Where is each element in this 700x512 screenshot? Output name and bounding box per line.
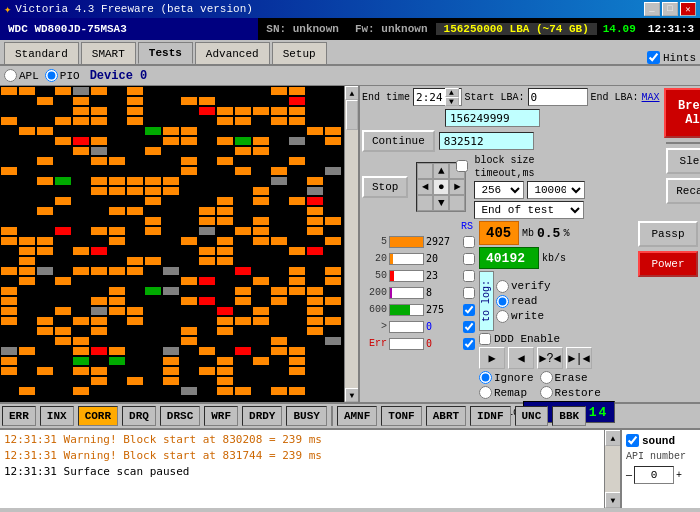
time-down-button[interactable]: ▼ — [445, 97, 459, 106]
arrow-ul[interactable] — [417, 163, 433, 179]
selects-row: 256 10000 — [474, 181, 585, 199]
device-label: Device 0 — [90, 69, 148, 83]
start-lba-input[interactable] — [528, 88, 588, 106]
api-input[interactable] — [634, 466, 674, 484]
arrow-dr[interactable] — [449, 195, 465, 211]
end-button[interactable]: ▶|◀ — [566, 347, 592, 369]
arrows-checkbox[interactable] — [456, 160, 468, 172]
apl-radio-item[interactable]: APL — [4, 69, 39, 82]
timeout-select[interactable]: 10000 — [527, 181, 585, 199]
log-scroll-up[interactable]: ▲ — [605, 430, 621, 446]
passp-button[interactable]: Passp — [638, 221, 698, 247]
err-checkbox-6[interactable] — [463, 338, 475, 350]
remap-option[interactable]: Remap — [479, 386, 534, 399]
scroll-up-button[interactable]: ▲ — [345, 86, 359, 100]
app-title: Victoria 4.3 Freeware (beta version) — [15, 3, 253, 15]
action-radios-row: Ignore Remap Erase — [479, 371, 615, 399]
read-radio[interactable] — [496, 295, 509, 308]
arrow-left[interactable]: ◄ — [417, 179, 433, 195]
tab-smart[interactable]: SMART — [81, 42, 136, 64]
rewind-button[interactable]: ◀ — [508, 347, 534, 369]
arrow-dl[interactable] — [417, 195, 433, 211]
err-row-3: 2008 — [362, 284, 475, 301]
log-area: 12:31:31 Warning! Block start at 830208 … — [0, 428, 700, 508]
arrow-center: ● — [433, 179, 449, 195]
end-lba-row: 156249999 — [362, 109, 660, 127]
play-button[interactable]: ▶ — [479, 347, 505, 369]
apl-pio-group: APL PIO — [4, 69, 80, 82]
status-select[interactable]: End of test — [474, 201, 584, 219]
maximize-button[interactable]: □ — [662, 2, 678, 16]
status-bbk: BBK — [552, 406, 586, 426]
remap-radio[interactable] — [479, 386, 492, 399]
pio-radio-item[interactable]: PIO — [45, 69, 80, 82]
verify-radio[interactable] — [496, 280, 509, 293]
verify-option[interactable]: verify — [496, 280, 551, 293]
minimize-button[interactable]: _ — [644, 2, 660, 16]
ddd-label: DDD Enable — [494, 333, 560, 345]
status-abrt: ABRT — [426, 406, 466, 426]
hints-checkbox[interactable] — [647, 51, 660, 64]
speed-kbs-unit: kb/s — [542, 253, 566, 264]
stop-button[interactable]: Stop — [362, 176, 408, 198]
apl-radio[interactable] — [4, 69, 17, 82]
left-action-radios: Ignore Remap — [479, 371, 534, 399]
err-row-5: >0 — [362, 318, 475, 335]
tab-standard[interactable]: Standard — [4, 42, 79, 64]
ignore-option[interactable]: Ignore — [479, 371, 534, 384]
restore-radio[interactable] — [540, 386, 553, 399]
pio-radio[interactable] — [45, 69, 58, 82]
close-button[interactable]: ✕ — [680, 2, 696, 16]
ddd-row: DDD Enable — [479, 333, 615, 345]
ddd-checkbox[interactable] — [479, 333, 491, 345]
status-corr: CORR — [78, 406, 118, 426]
arrow-down[interactable]: ▼ — [433, 195, 449, 211]
arrow-right[interactable]: ► — [449, 179, 465, 195]
continue-button[interactable]: Continue — [362, 130, 435, 152]
middle-controls-row: RS 52927202050232008600275>0Err0 405 Mb … — [362, 221, 698, 423]
ignore-radio[interactable] — [479, 371, 492, 384]
read-option[interactable]: read — [496, 295, 551, 308]
time-spinners: ▲ ▼ — [445, 88, 459, 106]
sleep-button[interactable]: Sleep — [666, 148, 700, 174]
err-checkbox-4[interactable] — [463, 304, 475, 316]
nav-tabs: Standard SMART Tests Advanced Setup Hint… — [0, 40, 700, 66]
pio-label: PIO — [60, 70, 80, 82]
arrow-up[interactable]: ▲ — [433, 163, 449, 179]
erase-radio[interactable] — [540, 371, 553, 384]
step-button[interactable]: ▶?◀ — [537, 347, 563, 369]
err-checkbox-5[interactable] — [463, 321, 475, 333]
err-checkbox-2[interactable] — [463, 270, 475, 282]
tab-advanced[interactable]: Advanced — [195, 42, 270, 64]
scroll-down-button[interactable]: ▼ — [345, 388, 359, 402]
apl-label: APL — [19, 70, 39, 82]
erase-option[interactable]: Erase — [540, 371, 601, 384]
speed-kbs-row: 40192 kb/s — [479, 247, 615, 269]
scroll-thumb[interactable] — [346, 100, 358, 130]
status-drq: DRQ — [122, 406, 156, 426]
block-size-select[interactable]: 256 — [474, 181, 524, 199]
tab-setup[interactable]: Setup — [272, 42, 327, 64]
err-checkbox-1[interactable] — [463, 253, 475, 265]
write-option[interactable]: write — [496, 310, 551, 323]
sound-checkbox[interactable] — [626, 434, 639, 447]
to-log-label[interactable]: to log: — [479, 271, 494, 331]
write-radio[interactable] — [496, 310, 509, 323]
surface-scrollbar[interactable]: ▲ ▼ — [344, 86, 358, 402]
current-lba-display: 832512 — [439, 132, 534, 150]
drive-sn: SN: unknown — [258, 23, 347, 35]
log-scroll-down[interactable]: ▼ — [605, 492, 621, 508]
sound-label: sound — [642, 435, 675, 447]
direction-arrows: ▲ ◄ ● ► ▼ — [412, 158, 470, 216]
recall-button[interactable]: Recall — [666, 178, 700, 204]
hints-checkbox-area: Hints — [647, 51, 696, 64]
rs-label[interactable]: RS — [362, 221, 475, 232]
restore-option[interactable]: Restore — [540, 386, 601, 399]
side-buttons: Break All Sleep Recall — [664, 88, 700, 204]
err-checkbox-3[interactable] — [463, 287, 475, 299]
power-button[interactable]: Power — [638, 251, 698, 277]
tab-tests[interactable]: Tests — [138, 42, 193, 64]
time-up-button[interactable]: ▲ — [445, 88, 459, 97]
err-checkbox-0[interactable] — [463, 236, 475, 248]
break-all-button[interactable]: Break All — [664, 88, 700, 138]
